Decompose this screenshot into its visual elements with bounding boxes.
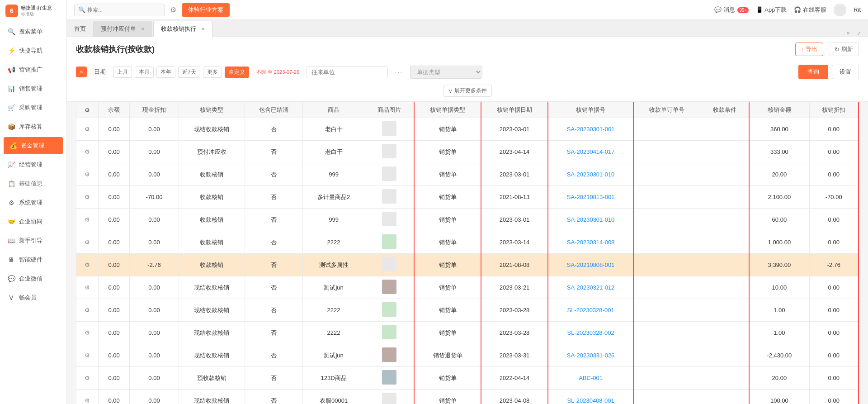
tab-prepay[interactable]: 预付冲应付单 ✕ (93, 21, 152, 37)
row-settings-icon[interactable]: ⚙ (85, 261, 90, 268)
app-download-btn[interactable]: 📱 App下载 (756, 6, 787, 14)
cell-bill_no[interactable]: SL-20230328-001 (548, 299, 633, 322)
cell-product_img (365, 231, 414, 254)
cell-product: 多计量商品2 (302, 186, 365, 209)
close-window-icon[interactable]: ✕ (844, 29, 852, 37)
date-last-month[interactable]: 上月 (113, 67, 132, 78)
search-input[interactable] (87, 7, 160, 13)
sidebar-item-资金管理[interactable]: 💰资金管理 (4, 137, 63, 154)
row-settings-icon[interactable]: ⚙ (85, 216, 90, 223)
cell-bill_date: 2023-03-31 (481, 344, 548, 367)
bill-no-link[interactable]: SA-20230301-001 (567, 126, 615, 133)
col-header-cash_discount: 现金折扣 (130, 102, 179, 118)
tab-prepay-close[interactable]: ✕ (141, 26, 145, 32)
row-settings-icon[interactable]: ⚙ (85, 307, 90, 314)
cell-bill_no[interactable]: SA-20230301-010 (548, 209, 633, 231)
nav-label: 经营管理 (19, 161, 42, 169)
cell-bill_no[interactable]: SA-20230301-001 (548, 118, 633, 141)
partner-filter[interactable] (307, 66, 388, 78)
sidebar-item-快捷导航[interactable]: ⚡快捷导航 (0, 41, 66, 60)
tab-receipt-cancel[interactable]: 收款核销执行 ✕ (153, 21, 212, 37)
sidebar-item-智能硬件[interactable]: 🖥智能硬件 (0, 250, 66, 269)
cell-settings: ⚙ (76, 209, 99, 231)
bill-no-link[interactable]: SL-20230328-001 (567, 307, 614, 314)
export-button[interactable]: ↑ 导出 (795, 43, 824, 56)
tab-receipt-close[interactable]: ✕ (201, 26, 205, 32)
bill-no-link[interactable]: SA-20230321-012 (567, 284, 615, 291)
bill-no-link[interactable]: ABC-001 (579, 375, 603, 381)
refresh-button[interactable]: ↻ 刷新 (829, 43, 859, 56)
cell-bill_no[interactable]: SL-20230408-001 (548, 390, 633, 404)
date-this-year[interactable]: 本年 (156, 67, 175, 78)
sidebar-item-企业协同[interactable]: 🤝企业协同 (0, 212, 66, 231)
cell-cancel_type: 现结收款核销 (179, 276, 245, 299)
cell-bill_no[interactable]: SA-20230321-012 (548, 276, 633, 299)
cell-cash_discount: 0.00 (130, 367, 179, 390)
row-settings-icon[interactable]: ⚙ (85, 148, 90, 155)
cell-bill_no[interactable]: SA-20230331-026 (548, 344, 633, 367)
cell-cancel_discount: 0.00 (809, 118, 859, 141)
cell-bill_no[interactable]: SA-20210808-001 (548, 254, 633, 276)
cell-bill_no[interactable]: SA-20230314-008 (548, 231, 633, 254)
filter-toggle-button[interactable]: » (76, 67, 87, 77)
cell-product: 老白干 (302, 141, 365, 163)
solution-button[interactable]: 体验行业方案 (182, 3, 230, 17)
expand-more-button[interactable]: ∨ 展开更多条件 (443, 85, 492, 97)
search-box[interactable]: 🔍 (74, 4, 165, 16)
bill-type-filter[interactable]: 单据类型 (410, 66, 482, 79)
date-7days[interactable]: 近7天 (178, 67, 200, 78)
cell-receipt_order_no (633, 344, 700, 367)
bill-no-link[interactable]: SA-20230314-008 (567, 239, 615, 246)
date-this-month[interactable]: 本月 (135, 67, 154, 78)
bill-no-link[interactable]: SL-20230328-002 (567, 329, 614, 336)
cell-bill_no[interactable]: SA-20230414-017 (548, 141, 633, 163)
row-settings-icon[interactable]: ⚙ (85, 284, 90, 291)
sidebar-item-企业微信[interactable]: 💬企业微信 (0, 269, 66, 288)
sidebar-item-采购管理[interactable]: 🛒采购管理 (0, 98, 66, 117)
cell-product: 2222 (302, 322, 365, 344)
row-settings-icon[interactable]: ⚙ (85, 171, 90, 178)
tab-home[interactable]: 首页 (67, 21, 93, 37)
cell-bill_no[interactable]: ABC-001 (548, 367, 633, 390)
bill-no-link[interactable]: SA-20210808-001 (567, 261, 615, 268)
row-settings-icon[interactable]: ⚙ (85, 375, 90, 381)
row-settings-icon[interactable]: ⚙ (85, 239, 90, 246)
settings-icon[interactable]: ⚙ (170, 5, 176, 14)
cell-bill_no[interactable]: SA-20210813-001 (548, 186, 633, 209)
cell-product_img (365, 390, 414, 404)
sidebar-item-畅会员[interactable]: V畅会员 (0, 288, 66, 307)
bill-no-link[interactable]: SA-20210813-001 (567, 194, 615, 200)
bill-no-link[interactable]: SA-20230331-026 (567, 352, 615, 359)
sidebar-item-新手引导[interactable]: 📖新手引导 (0, 231, 66, 250)
row-settings-icon[interactable]: ⚙ (85, 126, 90, 133)
cell-bill_no[interactable]: SL-20230328-002 (548, 322, 633, 344)
cell-cash_discount: 0.00 (130, 299, 179, 322)
sidebar-item-经营管理[interactable]: 📈经营管理 (0, 155, 66, 174)
date-more[interactable]: 更多 (203, 67, 222, 78)
maximize-icon[interactable]: ⤢ (855, 29, 863, 37)
sidebar-item-销售管理[interactable]: 📊销售管理 (0, 79, 66, 98)
row-settings-icon[interactable]: ⚙ (85, 329, 90, 336)
bill-no-link[interactable]: SA-20230301-010 (567, 171, 615, 178)
date-custom[interactable]: 自定义 (225, 67, 249, 78)
cell-balance: 0.00 (98, 322, 130, 344)
sidebar-item-搜索菜单[interactable]: 🔍搜索菜单 (0, 22, 66, 41)
sidebar-item-基础信息[interactable]: 📋基础信息 (0, 174, 66, 193)
nav-icon: 💬 (7, 275, 15, 283)
bill-no-link[interactable]: SA-20230414-017 (567, 148, 615, 155)
row-settings-icon[interactable]: ⚙ (85, 397, 90, 404)
filter-settings-button[interactable]: 设置 (832, 65, 859, 79)
nav-icon: 📦 (7, 123, 15, 131)
cell-cash_discount: -2.76 (130, 254, 179, 276)
messages-btn[interactable]: 💬 消息 99+ (714, 6, 749, 14)
row-settings-icon[interactable]: ⚙ (85, 352, 90, 359)
online-service-btn[interactable]: 🎧 在线客服 (794, 6, 826, 14)
sidebar-item-系统管理[interactable]: ⚙系统管理 (0, 193, 66, 212)
bill-no-link[interactable]: SA-20230301-010 (567, 216, 615, 223)
cell-bill_no[interactable]: SA-20230301-010 (548, 163, 633, 186)
sidebar-item-库存核算[interactable]: 📦库存核算 (0, 117, 66, 136)
sidebar-item-营销推广[interactable]: 📢营销推广 (0, 60, 66, 79)
row-settings-icon[interactable]: ⚙ (85, 194, 90, 200)
bill-no-link[interactable]: SL-20230408-001 (567, 397, 614, 404)
query-button[interactable]: 查询 (798, 65, 828, 79)
